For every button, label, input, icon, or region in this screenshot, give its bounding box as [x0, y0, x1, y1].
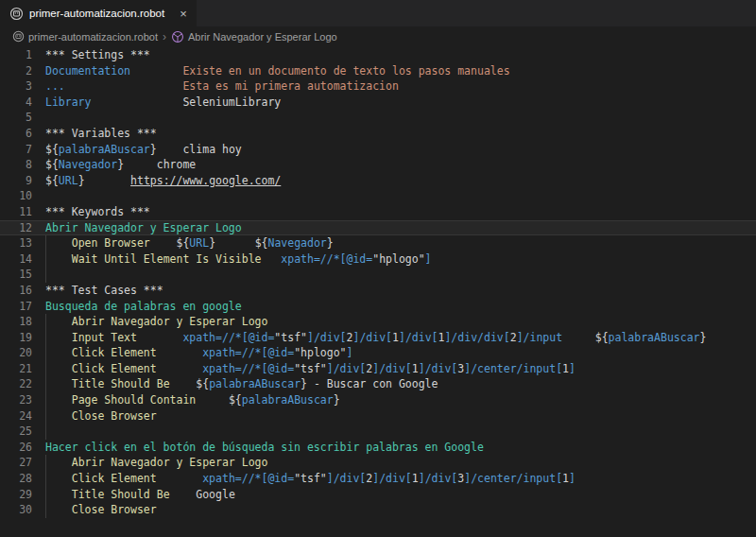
token-xp: xpath=//*[@id=: [202, 472, 294, 485]
code-text: [32, 267, 45, 283]
code-line[interactable]: 27 Abrir Navegador y Esperar Logo: [0, 455, 756, 471]
token-xp: ]/div[: [327, 472, 367, 485]
code-line[interactable]: 19 Input Text xpath=//*[@id="tsf"]/div[2…: [0, 330, 756, 346]
code-line[interactable]: 24 Close Browser: [0, 408, 756, 424]
code-text: Click Element xpath=//*[@id="tsf"]/div[2…: [32, 361, 576, 377]
token-pl: }: [150, 143, 157, 156]
token-kc: Open Browser: [72, 236, 150, 250]
tab-bar: primer-automatizacion.robot ×: [0, 0, 756, 26]
code-line[interactable]: 14 Wait Until Element Is Visible xpath=/…: [0, 251, 756, 268]
code-line[interactable]: 12Abrir Navegador y Esperar Logo: [0, 220, 756, 236]
token-xp: ]/div[: [352, 331, 392, 344]
code-line[interactable]: 10: [0, 188, 756, 204]
token-pl: [170, 377, 197, 390]
token-pl: [45, 252, 72, 266]
breadcrumb-symbol-label: Abrir Navegador y Esperar Logo: [188, 31, 337, 43]
code-text: Close Browser: [32, 502, 157, 518]
line-number: 18: [0, 314, 32, 330]
code-line[interactable]: 9${URL} https://www.google.com/: [0, 173, 756, 189]
code-line[interactable]: 18 Abrir Navegador y Esperar Logo: [0, 314, 756, 330]
code-text: [32, 424, 45, 440]
token-pl: 1: [392, 331, 399, 344]
code-editor[interactable]: 1*** Settings ***2Documentation Existe e…: [0, 46, 756, 518]
code-line[interactable]: 30 Close Browser: [0, 502, 756, 518]
code-line[interactable]: 29 Title Should Be Google: [0, 487, 756, 503]
code-line[interactable]: 23 Page Should Contain ${palabraABuscar}: [0, 392, 756, 408]
token-kc: Click Element: [72, 472, 157, 485]
code-line[interactable]: 21 Click Element xpath=//*[@id="tsf"]/di…: [0, 361, 756, 377]
code-text: [32, 188, 45, 204]
token-vb: URL: [189, 236, 209, 250]
code-line[interactable]: 8${Navegador} chrome: [0, 157, 756, 173]
code-line[interactable]: 3... Esta es mi primera automatizacion: [0, 78, 756, 95]
code-text: Abrir Navegador y Esperar Logo: [32, 220, 242, 236]
line-number: 6: [0, 126, 32, 142]
tab-close-icon[interactable]: ×: [180, 8, 187, 20]
token-kd: Hacer click en el botón de búsqueda sin …: [45, 441, 484, 454]
token-pl: [262, 252, 282, 266]
breadcrumb-file[interactable]: primer-automatizacion.robot: [12, 30, 158, 43]
token-vb: palabraABuscar: [209, 377, 301, 390]
token-xp: xpath=//*[@id=: [182, 331, 274, 344]
indent-guide: [45, 251, 46, 268]
code-line[interactable]: 25: [0, 424, 756, 440]
code-line[interactable]: 16*** Test Cases ***: [0, 283, 756, 299]
token-pl: chrome: [157, 158, 197, 171]
token-pl: ${: [196, 377, 209, 390]
line-number: 25: [0, 424, 32, 440]
token-pl: Google: [196, 488, 235, 501]
code-line[interactable]: 15: [0, 267, 756, 283]
indent-guide: [45, 376, 46, 392]
code-line[interactable]: 20 Click Element xpath=//*[@id="hplogo"]: [0, 345, 756, 361]
token-pl: [45, 377, 72, 390]
token-pl: [45, 346, 72, 359]
token-pl: [45, 503, 72, 516]
code-line[interactable]: 13 Open Browser ${URL} ${Navegador}: [0, 235, 756, 251]
token-set: Documentation: [45, 64, 130, 78]
code-line[interactable]: 1*** Settings ***: [0, 47, 756, 63]
token-pl: ${: [45, 158, 59, 171]
indent-guide: [45, 345, 46, 361]
line-number: 19: [0, 330, 32, 346]
indent-guide: [45, 361, 46, 377]
tab-primer-automatizacion[interactable]: primer-automatizacion.robot ×: [0, 0, 197, 26]
token-xp: ]/div[: [327, 362, 367, 375]
indent-guide: [45, 330, 46, 346]
code-line[interactable]: 2Documentation Existe en un documento de…: [0, 63, 756, 79]
code-line[interactable]: 4Library SeleniumLibrary: [0, 95, 756, 111]
indent-guide: [45, 408, 46, 424]
line-number: 30: [0, 502, 32, 518]
token-pl: [91, 95, 182, 109]
line-number: 15: [0, 267, 32, 283]
line-number: 4: [0, 95, 32, 111]
code-line[interactable]: 11*** Keywords ***: [0, 204, 756, 220]
token-pl: "hplogo": [372, 252, 424, 266]
token-pl: 1: [562, 362, 569, 375]
code-line[interactable]: 22 Title Should Be ${palabraABuscar} - B…: [0, 376, 756, 392]
code-text: Wait Until Element Is Visible xpath=//*[…: [32, 251, 432, 268]
line-number: 20: [0, 345, 32, 361]
tab-title: primer-automatizacion.robot: [29, 8, 164, 19]
token-xp: ]: [569, 362, 576, 375]
breadcrumb-symbol[interactable]: Abrir Navegador y Esperar Logo: [171, 30, 337, 43]
code-line[interactable]: 7${palabraABuscar} clima hoy: [0, 142, 756, 158]
token-pl: [157, 143, 183, 156]
line-number: 22: [0, 376, 32, 392]
token-vb: palabraABuscar: [59, 143, 150, 156]
token-pl: [157, 346, 202, 359]
code-text: *** Keywords ***: [32, 204, 150, 220]
code-line[interactable]: 5: [0, 110, 756, 126]
token-kd: Busqueda de palabras en google: [45, 300, 242, 313]
token-set: ...: [45, 79, 65, 93]
token-pl: }: [334, 393, 340, 407]
code-line[interactable]: 6*** Variables ***: [0, 126, 756, 142]
code-line[interactable]: 26Hacer click en el botón de búsqueda si…: [0, 440, 756, 456]
code-line[interactable]: 17Busqueda de palabras en google: [0, 299, 756, 315]
line-number: 5: [0, 110, 32, 126]
line-number: 21: [0, 361, 32, 377]
token-vb: URL: [59, 174, 78, 187]
symbol-keyword-icon: [171, 30, 184, 43]
token-lk: https://www.google.com/: [130, 174, 281, 187]
token-pl: [45, 331, 72, 344]
code-line[interactable]: 28 Click Element xpath=//*[@id="tsf"]/di…: [0, 471, 756, 487]
